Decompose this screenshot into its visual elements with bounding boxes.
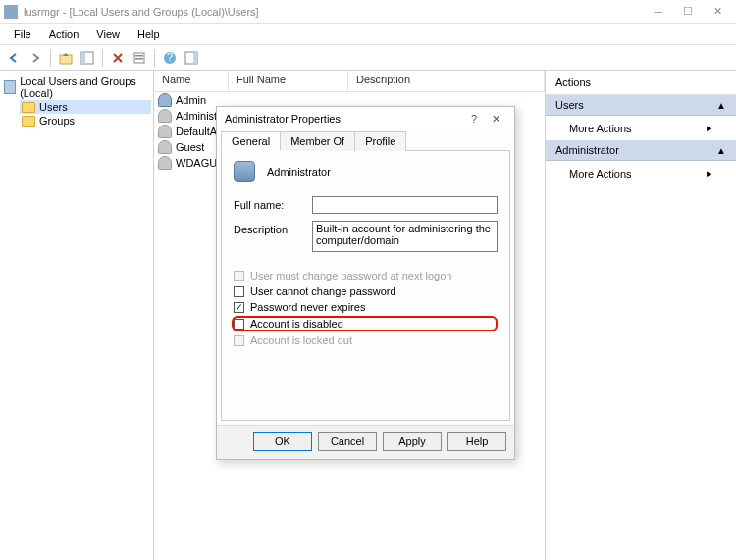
- svg-rect-5: [135, 58, 143, 60]
- caret-up-icon: ▲: [716, 100, 726, 111]
- dialog-footer: OK Cancel Apply Help: [217, 425, 514, 459]
- window-titlebar: lusrmgr - [Local Users and Groups (Local…: [0, 0, 736, 24]
- delete-button[interactable]: [108, 48, 128, 68]
- actions-section-users[interactable]: Users ▲: [546, 95, 736, 116]
- dialog-title: Administrator Properties: [225, 113, 463, 125]
- list-cell-name: Guest: [176, 141, 204, 153]
- caret-up-icon: ▲: [716, 145, 726, 156]
- cancel-button[interactable]: Cancel: [318, 432, 377, 451]
- dialog-tabs: General Member Of Profile: [217, 130, 514, 150]
- svg-rect-4: [135, 55, 143, 57]
- dialog-titlebar: Administrator Properties ? ✕: [217, 107, 514, 130]
- chevron-right-icon: ▸: [707, 167, 712, 179]
- checkbox-label: Account is locked out: [250, 334, 352, 346]
- actions-section-administrator[interactable]: Administrator ▲: [546, 140, 736, 161]
- toolbar-separator: [154, 49, 155, 67]
- checkbox-icon: [234, 335, 244, 346]
- menu-file[interactable]: File: [6, 26, 39, 42]
- menu-action[interactable]: Action: [41, 26, 87, 42]
- back-button[interactable]: [4, 48, 24, 68]
- tab-general[interactable]: General: [221, 131, 281, 151]
- dialog-close-button[interactable]: ✕: [485, 110, 506, 127]
- chevron-right-icon: ▸: [707, 122, 712, 134]
- maximize-button[interactable]: ☐: [673, 2, 703, 22]
- tree-root[interactable]: Local Users and Groups (Local): [2, 75, 151, 100]
- check-cannot-change-password[interactable]: User cannot change password: [234, 284, 498, 298]
- column-name[interactable]: Name: [154, 71, 229, 91]
- minimize-button[interactable]: ─: [644, 2, 673, 22]
- user-icon: [158, 156, 172, 170]
- show-hide-action-pane-button[interactable]: [182, 48, 201, 68]
- forward-button[interactable]: [26, 48, 45, 68]
- toolbar-separator: [50, 49, 51, 67]
- actions-more-users[interactable]: More Actions ▸: [546, 116, 736, 140]
- tree-item-label: Users: [39, 101, 68, 113]
- checkbox-label: User cannot change password: [250, 285, 396, 297]
- actions-pane: Actions Users ▲ More Actions ▸ Administr…: [546, 71, 736, 560]
- svg-text:?: ?: [167, 51, 173, 63]
- column-full-name[interactable]: Full Name: [229, 71, 348, 91]
- tree-item-label: Groups: [39, 115, 75, 127]
- svg-rect-9: [193, 52, 197, 64]
- help-button[interactable]: ?: [160, 48, 180, 68]
- tree-item-groups[interactable]: Groups: [20, 114, 151, 127]
- description-label: Description:: [234, 221, 312, 235]
- checkbox-icon[interactable]: [234, 319, 244, 330]
- tree-root-label: Local Users and Groups (Local): [20, 76, 149, 99]
- dialog-help-button[interactable]: ?: [463, 110, 485, 127]
- toolbar-separator: [102, 49, 103, 67]
- apply-button[interactable]: Apply: [383, 432, 442, 451]
- user-icon: [158, 140, 172, 154]
- dialog-body: Administrator Full name: Description: Us…: [221, 150, 510, 421]
- check-account-is-disabled[interactable]: Account is disabled: [232, 316, 498, 331]
- up-button[interactable]: [56, 48, 76, 68]
- close-button[interactable]: ✕: [703, 2, 732, 22]
- ok-button[interactable]: OK: [253, 432, 312, 451]
- checkbox-label: User must change password at next logon: [250, 270, 451, 281]
- check-account-locked-out: Account is locked out: [234, 333, 498, 347]
- checkbox-label: Account is disabled: [250, 318, 343, 330]
- list-header: Name Full Name Description: [154, 71, 545, 92]
- full-name-field[interactable]: [312, 196, 498, 214]
- user-icon: [234, 161, 255, 182]
- actions-pane-title: Actions: [546, 71, 736, 95]
- svg-rect-2: [81, 52, 85, 64]
- description-field[interactable]: [312, 221, 498, 252]
- toolbar: ?: [0, 45, 736, 71]
- administrator-properties-dialog: Administrator Properties ? ✕ General Mem…: [216, 106, 515, 460]
- actions-section-label: Users: [555, 99, 584, 111]
- checkbox-icon[interactable]: [234, 286, 244, 297]
- check-password-never-expires[interactable]: Password never expires: [234, 300, 498, 314]
- user-icon: [158, 109, 172, 123]
- window-title: lusrmgr - [Local Users and Groups (Local…: [24, 6, 644, 18]
- properties-button[interactable]: [130, 48, 149, 68]
- checkbox-label: Password never expires: [250, 301, 365, 313]
- actions-section-label: Administrator: [555, 144, 619, 156]
- app-icon: [4, 5, 18, 19]
- menu-help[interactable]: Help: [130, 26, 168, 42]
- checkbox-icon[interactable]: [234, 302, 244, 313]
- actions-link-label: More Actions: [569, 123, 632, 134]
- checkbox-icon: [234, 271, 244, 281]
- actions-more-administrator[interactable]: More Actions ▸: [546, 161, 736, 185]
- show-hide-console-tree-button[interactable]: [78, 48, 97, 68]
- menu-bar: File Action View Help: [0, 24, 736, 45]
- tab-profile[interactable]: Profile: [354, 131, 406, 151]
- user-icon: [158, 93, 172, 107]
- tab-member-of[interactable]: Member Of: [280, 131, 355, 151]
- check-must-change-password: User must change password at next logon: [234, 269, 498, 282]
- folder-icon: [22, 116, 35, 127]
- folder-icon: [22, 102, 35, 113]
- column-description[interactable]: Description: [348, 71, 545, 91]
- user-icon: [158, 125, 172, 138]
- dialog-user-name: Administrator: [267, 166, 331, 178]
- full-name-label: Full name:: [234, 196, 312, 211]
- actions-link-label: More Actions: [569, 168, 632, 179]
- help-button[interactable]: Help: [447, 432, 506, 451]
- users-groups-icon: [4, 80, 16, 94]
- svg-rect-0: [60, 55, 72, 64]
- console-tree-pane: Local Users and Groups (Local) Users Gro…: [0, 71, 154, 560]
- menu-view[interactable]: View: [88, 26, 128, 42]
- list-cell-name: Admin: [176, 94, 206, 106]
- tree-item-users[interactable]: Users: [20, 100, 151, 114]
